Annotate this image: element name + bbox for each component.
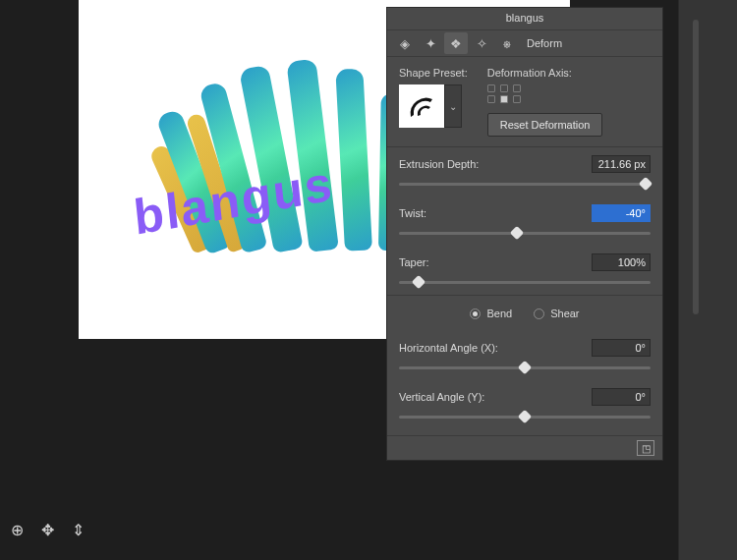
right-dock bbox=[678, 0, 737, 560]
deformation-axis-grid[interactable] bbox=[487, 84, 603, 103]
horizontal-angle-input[interactable] bbox=[592, 339, 651, 357]
tab-label: Deform bbox=[527, 37, 562, 49]
taper-slider[interactable] bbox=[399, 275, 651, 289]
horizontal-angle-slider[interactable] bbox=[399, 361, 651, 374]
tab-icon-3[interactable]: ❖ bbox=[444, 32, 468, 54]
extrusion-depth-input[interactable] bbox=[592, 155, 651, 173]
panel-menu-icon[interactable]: ◳ bbox=[637, 440, 654, 456]
twist-input[interactable] bbox=[592, 204, 651, 222]
properties-panel: blangus ◈ ✦ ❖ ✧ ⎈ Deform Shape Preset: ⌄… bbox=[386, 7, 663, 461]
horizontal-angle-label: Horizontal Angle (X): bbox=[399, 342, 498, 354]
taper-input[interactable] bbox=[592, 253, 651, 271]
orbit-icon[interactable]: ⊕ bbox=[8, 518, 27, 542]
vertical-angle-slider[interactable] bbox=[399, 410, 651, 423]
viewport-tools: ⊕ ✥ ⇕ bbox=[8, 518, 87, 542]
dolly-icon[interactable]: ⇕ bbox=[69, 518, 87, 542]
tab-icon-5[interactable]: ⎈ bbox=[495, 32, 519, 54]
tab-icon-4[interactable]: ✧ bbox=[470, 32, 493, 54]
tab-icon-2[interactable]: ✦ bbox=[419, 32, 442, 54]
panel-title: blangus bbox=[387, 8, 662, 29]
taper-label: Taper: bbox=[399, 256, 429, 268]
shape-preset-swatch[interactable] bbox=[399, 84, 444, 128]
vertical-angle-input[interactable] bbox=[592, 388, 651, 406]
shape-preset-label: Shape Preset: bbox=[399, 67, 468, 79]
twist-label: Twist: bbox=[399, 207, 426, 219]
extrusion-depth-label: Extrusion Depth: bbox=[399, 158, 479, 170]
extrusion-depth-slider[interactable] bbox=[399, 177, 651, 191]
bend-radio[interactable]: Bend bbox=[470, 308, 512, 319]
tab-icon-1[interactable]: ◈ bbox=[393, 32, 417, 54]
shape-preset-dropdown[interactable]: ⌄ bbox=[444, 84, 462, 128]
shear-radio[interactable]: Shear bbox=[534, 308, 579, 319]
deformation-axis-label: Deformation Axis: bbox=[487, 67, 603, 79]
vertical-angle-label: Vertical Angle (Y): bbox=[399, 391, 484, 403]
reset-deformation-button[interactable]: Reset Deformation bbox=[487, 113, 603, 137]
pan-icon[interactable]: ✥ bbox=[38, 518, 57, 542]
panel-tab-row: ◈ ✦ ❖ ✧ ⎈ Deform bbox=[387, 29, 662, 57]
twist-slider[interactable] bbox=[399, 226, 651, 240]
